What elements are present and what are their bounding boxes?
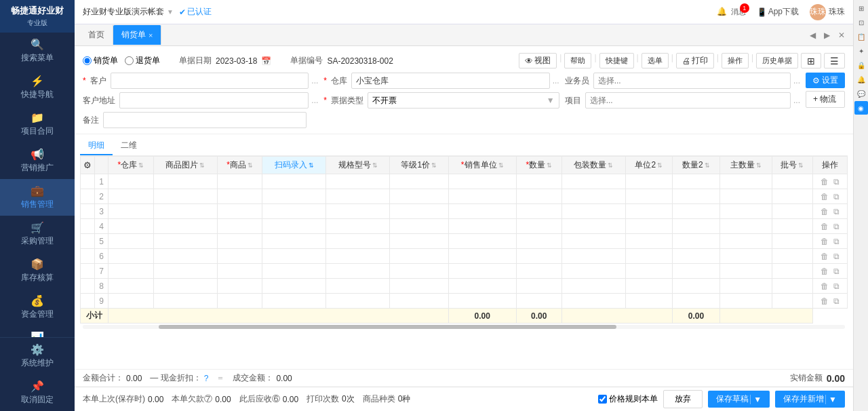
row-price1-cell[interactable] <box>390 234 448 249</box>
row-image-cell[interactable] <box>153 264 217 279</box>
row-batch-cell[interactable] <box>772 279 812 294</box>
row-qty2-cell[interactable] <box>673 279 720 294</box>
row-qty-cell[interactable] <box>516 294 561 309</box>
tab-close-all-button[interactable]: ✕ <box>835 29 848 41</box>
staff-select-button[interactable]: ... <box>793 76 800 85</box>
row-goods-cell[interactable] <box>217 264 262 279</box>
row-spec-cell[interactable] <box>326 174 390 189</box>
row-batch-cell[interactable] <box>772 219 812 234</box>
row-main-qty-cell[interactable] <box>719 279 772 294</box>
tab-sale-order[interactable]: 销货单 × <box>113 25 161 45</box>
company-selector[interactable]: 好业财专业版演示帐套 ▼ <box>83 6 174 18</box>
row-warehouse-cell[interactable] <box>108 234 154 249</box>
warehouse-select-button[interactable]: ... <box>553 76 559 85</box>
row-goods-cell[interactable] <box>217 234 262 249</box>
row-image-cell[interactable] <box>153 294 217 309</box>
tab-detail[interactable]: 明细 <box>80 137 113 155</box>
row-price1-cell[interactable] <box>390 279 448 294</box>
row-scan-cell[interactable] <box>262 204 326 219</box>
copy-icon[interactable]: ⧉ <box>833 281 840 291</box>
sidebar-item-quicknav[interactable]: ⚡ 快捷导航 <box>0 69 75 106</box>
row-action-cell[interactable]: 🗑 ⧉ <box>812 219 847 234</box>
tab-home[interactable]: 首页 <box>80 25 113 45</box>
row-select-cell[interactable] <box>81 264 95 279</box>
select-button[interactable]: 选单 <box>642 53 669 68</box>
address-select-button[interactable]: ... <box>311 96 318 105</box>
row-pack-qty-cell[interactable] <box>561 294 625 309</box>
row-warehouse-cell[interactable] <box>108 249 154 264</box>
calendar-icon[interactable]: 📅 <box>261 56 271 66</box>
delete-icon[interactable]: 🗑 <box>821 177 829 187</box>
row-spec-cell[interactable] <box>326 219 390 234</box>
row-unit2-cell[interactable] <box>625 189 673 204</box>
row-scan-cell[interactable] <box>262 264 326 279</box>
row-qty-cell[interactable] <box>516 204 561 219</box>
row-price1-cell[interactable] <box>390 219 448 234</box>
row-main-qty-cell[interactable] <box>719 174 772 189</box>
setting-icon[interactable]: ⚙ <box>83 160 92 170</box>
row-main-qty-cell[interactable] <box>719 249 772 264</box>
sort-icon[interactable]: ⇅ <box>138 162 144 169</box>
operate-button[interactable]: 操作 <box>722 53 749 68</box>
row-pack-qty-cell[interactable] <box>561 174 625 189</box>
note-input[interactable] <box>103 112 307 128</box>
row-warehouse-cell[interactable] <box>108 279 154 294</box>
row-pack-qty-cell[interactable] <box>561 264 625 279</box>
row-price1-cell[interactable] <box>390 249 448 264</box>
rt-btn-7[interactable]: 💬 <box>854 87 868 100</box>
sort-icon[interactable]: ⇅ <box>431 162 437 169</box>
address-input[interactable] <box>119 92 309 109</box>
row-select-cell[interactable] <box>81 204 95 219</box>
row-price1-cell[interactable] <box>390 264 448 279</box>
rt-btn-1[interactable]: ⊞ <box>854 1 868 15</box>
save-draft-button[interactable]: 保存草稿 ▼ <box>708 391 770 408</box>
history-button[interactable]: 历史单据 <box>756 53 798 68</box>
sidebar-item-ledger[interactable]: 📊 总账管理 <box>0 326 75 337</box>
row-warehouse-cell[interactable] <box>108 264 154 279</box>
row-image-cell[interactable] <box>153 219 217 234</box>
price-check-input[interactable] <box>598 395 607 404</box>
add-logistics-button[interactable]: + 物流 <box>806 91 845 108</box>
col-setting[interactable]: ⚙ <box>81 157 95 174</box>
delete-icon[interactable]: 🗑 <box>821 267 829 276</box>
row-main-qty-cell[interactable] <box>719 189 772 204</box>
tab-prev-button[interactable]: ◀ <box>807 29 818 41</box>
row-batch-cell[interactable] <box>772 294 812 309</box>
sort-icon[interactable]: ⇅ <box>657 162 663 169</box>
row-select-cell[interactable] <box>81 234 95 249</box>
chevron-down-icon[interactable]: ▼ <box>825 395 837 404</box>
row-spec-cell[interactable] <box>326 294 390 309</box>
project-input[interactable] <box>585 92 791 109</box>
row-scan-cell[interactable] <box>262 294 326 309</box>
row-pack-qty-cell[interactable] <box>561 279 625 294</box>
copy-icon[interactable]: ⧉ <box>833 252 840 261</box>
delete-icon[interactable]: 🗑 <box>821 237 829 246</box>
copy-icon[interactable]: ⧉ <box>833 296 840 306</box>
row-select-cell[interactable] <box>81 189 95 204</box>
row-spec-cell[interactable] <box>326 264 390 279</box>
row-pack-qty-cell[interactable] <box>561 219 625 234</box>
shortcut-button[interactable]: 快捷键 <box>599 53 634 68</box>
print-button[interactable]: 🖨 打印 <box>676 53 714 68</box>
row-spec-cell[interactable] <box>326 279 390 294</box>
row-pack-qty-cell[interactable] <box>561 189 625 204</box>
sidebar-item-purchase[interactable]: 🛒 采购管理 <box>0 216 75 252</box>
row-qty-cell[interactable] <box>516 219 561 234</box>
sidebar-item-inventory[interactable]: 📦 库存核算 <box>0 252 75 289</box>
rt-btn-3[interactable]: 📋 <box>854 30 868 43</box>
row-goods-cell[interactable] <box>217 189 262 204</box>
row-unit2-cell[interactable] <box>625 234 673 249</box>
row-qty2-cell[interactable] <box>673 219 720 234</box>
layout-grid-icon[interactable]: ⊞ <box>801 53 821 68</box>
sidebar-item-search[interactable]: 🔍 搜索菜单 <box>0 33 75 69</box>
row-unit-cell[interactable] <box>448 234 516 249</box>
row-spec-cell[interactable] <box>326 204 390 219</box>
sort-icon[interactable]: ⇅ <box>798 162 804 169</box>
row-batch-cell[interactable] <box>772 249 812 264</box>
row-select-cell[interactable] <box>81 294 95 309</box>
row-batch-cell[interactable] <box>772 189 812 204</box>
abandon-button[interactable]: 放弃 <box>663 390 703 408</box>
radio-sale-input[interactable] <box>83 56 92 65</box>
row-unit2-cell[interactable] <box>625 219 673 234</box>
radio-sale[interactable]: 销货单 <box>83 55 118 66</box>
